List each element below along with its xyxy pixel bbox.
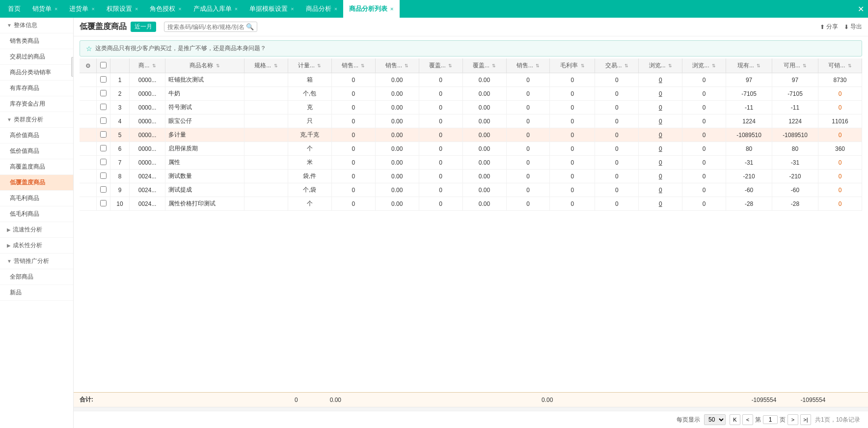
- last-page-button[interactable]: >|: [800, 414, 811, 425]
- sidebar-section-marketing[interactable]: ▼ 营销推广分析: [0, 254, 73, 269]
- per-page-select[interactable]: 50: [704, 414, 726, 425]
- gross-rate-col-header[interactable]: 毛利率 ⇅: [550, 58, 595, 73]
- browse1-cell[interactable]: 0: [639, 73, 682, 87]
- first-page-button[interactable]: K: [730, 414, 740, 425]
- checkbox-col-header[interactable]: [97, 58, 110, 73]
- sidebar-section-velocity[interactable]: ▶ 流速性分析: [0, 222, 73, 238]
- row-checkbox[interactable]: [100, 90, 107, 96]
- sidebar-section-overall[interactable]: ▼ 整体信息: [0, 18, 73, 33]
- row-checkbox[interactable]: [100, 104, 107, 110]
- settings-col-header[interactable]: ⚙: [80, 58, 97, 73]
- sidebar-item-all-goods[interactable]: 全部商品: [0, 269, 73, 285]
- nav-product-inbound[interactable]: 产成品入库单 ×: [188, 0, 244, 18]
- browse1-cell[interactable]: 0: [639, 87, 682, 101]
- trade-col-header[interactable]: 交易... ⇅: [595, 58, 639, 73]
- checkbox-cell[interactable]: [97, 114, 110, 128]
- spec-col-header[interactable]: 规格... ⇅: [244, 58, 288, 73]
- close-all-tabs-icon[interactable]: ✕: [858, 4, 864, 14]
- sidebar-item-high-coverage[interactable]: 高覆盖度商品: [0, 159, 73, 175]
- unit-col-header[interactable]: 计量... ⇅: [288, 58, 331, 73]
- cover1-col-header[interactable]: 覆盖... ⇅: [419, 58, 462, 73]
- browse1-cell[interactable]: 0: [639, 156, 682, 170]
- close-purchase-order-icon[interactable]: ×: [91, 6, 94, 12]
- checkbox-cell[interactable]: [97, 142, 110, 156]
- code-col-header[interactable]: 商... ⇅: [129, 58, 165, 73]
- close-goods-analysis-icon[interactable]: ×: [334, 6, 337, 12]
- checkbox-cell[interactable]: [97, 128, 110, 142]
- sidebar-item-high-value[interactable]: 高价值商品: [0, 128, 73, 143]
- row-checkbox[interactable]: [100, 200, 107, 206]
- nav-goods-analysis[interactable]: 商品分析 ×: [300, 0, 343, 18]
- export-button[interactable]: ⬇ 导出: [844, 23, 862, 31]
- share-button[interactable]: ⬆ 分享: [820, 23, 838, 31]
- sales2-col-header[interactable]: 销售... ⇅: [375, 58, 419, 73]
- current-col-header[interactable]: 现有... ⇅: [726, 58, 772, 73]
- close-product-inbound-icon[interactable]: ×: [235, 6, 238, 12]
- row-checkbox[interactable]: [100, 159, 107, 165]
- sales3-col-header[interactable]: 销售... ⇅: [506, 58, 550, 73]
- row-checkbox[interactable]: [100, 117, 107, 124]
- sales1-col-header[interactable]: 销售... ⇅: [331, 58, 375, 73]
- sidebar-section-group[interactable]: ▼ 类群度分析: [0, 112, 73, 128]
- nav-goods-analysis-list[interactable]: 商品分析列表 ×: [343, 0, 399, 18]
- cover2-col-header[interactable]: 覆盖... ⇅: [462, 58, 506, 73]
- checkbox-cell[interactable]: [97, 73, 110, 87]
- horizontal-scrollbar[interactable]: [74, 407, 868, 411]
- checkbox-cell[interactable]: [97, 170, 110, 183]
- row-checkbox[interactable]: [100, 145, 107, 151]
- sidebar-item-low-coverage[interactable]: 低覆盖度商品: [0, 175, 73, 191]
- sidebar-item-low-margin[interactable]: 低毛利商品: [0, 206, 73, 222]
- browse1-cell[interactable]: 0: [639, 114, 682, 128]
- row-checkbox[interactable]: [100, 186, 107, 193]
- sidebar-item-high-margin[interactable]: 高毛利商品: [0, 191, 73, 206]
- sidebar-item-low-value[interactable]: 低价值商品: [0, 143, 73, 159]
- sidebar-item-new-goods[interactable]: 新品: [0, 285, 73, 301]
- nav-home[interactable]: 首页: [2, 0, 27, 18]
- table-body: 1 0000... 旺铺批次测试 箱 0 0.00 0 0.00 0 0 0 0…: [80, 73, 862, 211]
- browse1-cell[interactable]: 0: [639, 183, 682, 197]
- checkbox-cell[interactable]: [97, 197, 110, 211]
- sidebar-item-category-rate[interactable]: 商品分类动销率: [0, 65, 73, 81]
- sidebar-section-growth[interactable]: ▶ 成长性分析: [0, 238, 73, 254]
- checkbox-cell[interactable]: [97, 101, 110, 114]
- sidebar-item-traded-goods[interactable]: 交易过的商品: [0, 49, 73, 65]
- browse1-col-header[interactable]: 浏览... ⇅: [639, 58, 682, 73]
- sidebar-item-in-stock[interactable]: 有库存商品: [0, 81, 73, 96]
- row-checkbox[interactable]: [100, 76, 107, 83]
- nav-purchase-order[interactable]: 进货单 ×: [63, 0, 100, 18]
- close-sales-order-icon[interactable]: ×: [54, 6, 57, 12]
- close-template-icon[interactable]: ×: [291, 6, 294, 12]
- search-icon[interactable]: 🔍: [246, 23, 254, 30]
- spec-cell: [244, 170, 288, 183]
- salable-col-header[interactable]: 可销... ⇅: [818, 58, 862, 73]
- row-checkbox[interactable]: [100, 172, 107, 179]
- current-page-input[interactable]: [763, 415, 778, 424]
- nav-template-settings[interactable]: 单据模板设置 ×: [244, 0, 299, 18]
- close-permission-icon[interactable]: ×: [135, 6, 138, 12]
- table-container[interactable]: ⚙ 商... ⇅ 商品名称 ⇅ 规格... ⇅ 计量... ⇅ 销售... ⇅ …: [80, 58, 862, 392]
- browse1-cell[interactable]: 0: [639, 142, 682, 156]
- sidebar-item-sales-goods[interactable]: 销售类商品: [0, 33, 73, 49]
- search-input[interactable]: [167, 24, 246, 30]
- row-checkbox[interactable]: [100, 131, 107, 138]
- close-goods-analysis-list-icon[interactable]: ×: [390, 6, 393, 12]
- select-all-checkbox[interactable]: [100, 62, 107, 68]
- date-filter-button[interactable]: 近一月: [131, 22, 156, 32]
- browse1-cell[interactable]: 0: [639, 128, 682, 142]
- sidebar-item-inventory-funds[interactable]: 库存资金占用: [0, 96, 73, 112]
- browse2-col-header[interactable]: 浏览... ⇅: [682, 58, 726, 73]
- available-col-header[interactable]: 可用... ⇅: [772, 58, 818, 73]
- nav-sales-order[interactable]: 销货单 ×: [27, 0, 63, 18]
- close-role-auth-icon[interactable]: ×: [178, 6, 181, 12]
- checkbox-cell[interactable]: [97, 183, 110, 197]
- next-page-button[interactable]: >: [787, 414, 798, 425]
- checkbox-cell[interactable]: [97, 87, 110, 101]
- nav-permission[interactable]: 权限设置 ×: [101, 0, 144, 18]
- browse1-cell[interactable]: 0: [639, 197, 682, 211]
- browse1-cell[interactable]: 0: [639, 170, 682, 183]
- name-col-header[interactable]: 商品名称 ⇅: [165, 58, 244, 73]
- nav-role-auth[interactable]: 角色授权 ×: [144, 0, 187, 18]
- browse1-cell[interactable]: 0: [639, 101, 682, 114]
- prev-page-button[interactable]: <: [742, 414, 753, 425]
- checkbox-cell[interactable]: [97, 156, 110, 170]
